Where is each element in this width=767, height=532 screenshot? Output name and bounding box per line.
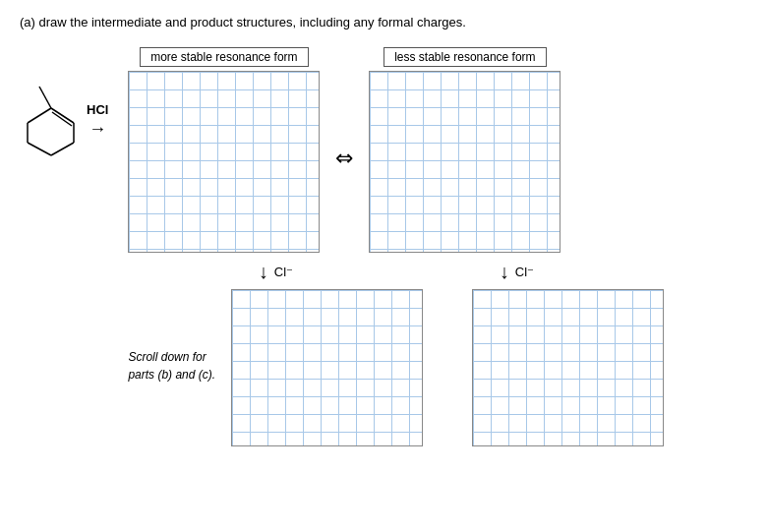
svg-line-0	[28, 108, 51, 123]
hcl-arrow-group: HCl →	[87, 102, 108, 140]
less-stable-grid[interactable]	[369, 71, 560, 253]
svg-line-3	[51, 143, 74, 155]
bottom-grid-1-container	[231, 289, 423, 446]
cl-label-2: Cl⁻	[515, 265, 534, 279]
bottom-grid-1[interactable]	[231, 289, 423, 446]
svg-line-5	[51, 108, 74, 123]
down-arrow-2: ↓	[500, 261, 509, 283]
down-arrow-item-1: ↓ Cl⁻	[180, 261, 372, 283]
more-stable-container: more stable resonance form	[128, 47, 320, 253]
bottom-grid-2[interactable]	[472, 289, 664, 446]
down-arrow-item-2: ↓ Cl⁻	[421, 261, 613, 283]
hcl-label: HCl	[87, 102, 108, 117]
down-arrow-1: ↓	[259, 261, 268, 283]
bottom-grid-2-container	[472, 289, 664, 446]
less-stable-label: less stable resonance form	[384, 47, 546, 67]
svg-line-2	[28, 143, 51, 155]
instruction-text: (a) draw the intermediate and product st…	[20, 15, 747, 30]
right-arrow: →	[88, 119, 106, 140]
cl-label-1: Cl⁻	[274, 265, 293, 279]
more-stable-grid[interactable]	[128, 71, 320, 253]
svg-line-7	[39, 87, 51, 108]
scroll-text: Scroll down for parts (b) and (c).	[128, 348, 216, 384]
down-arrows-row: ↓ Cl⁻ ↓ Cl⁻	[128, 261, 664, 283]
resonance-arrow-container: ⇔	[320, 47, 369, 171]
resonance-arrow: ⇔	[335, 146, 353, 171]
less-stable-container: less stable resonance form	[369, 47, 560, 253]
scroll-section: Scroll down for parts (b) and (c).	[128, 289, 216, 384]
molecule-structure	[20, 77, 79, 165]
more-stable-label: more stable resonance form	[140, 47, 308, 67]
